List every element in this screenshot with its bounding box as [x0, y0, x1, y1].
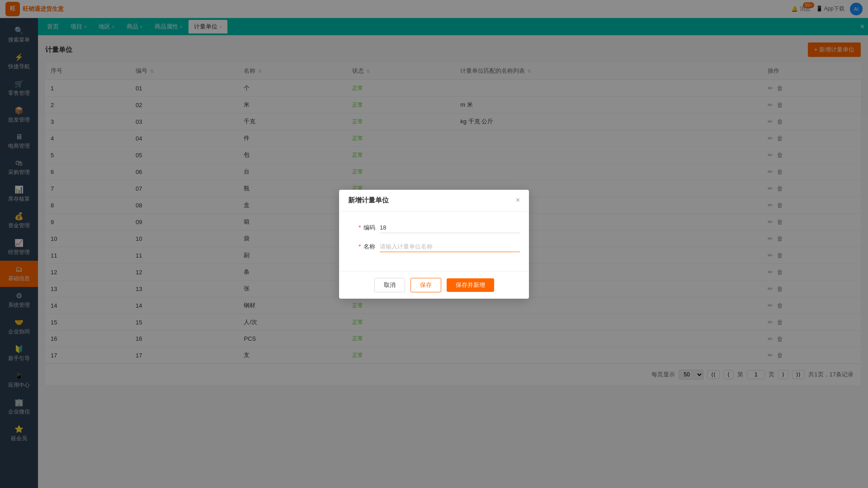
add-unit-modal: 新增计量单位 × * 编码 18 * 名称 取消 保存 保存并新增: [339, 190, 529, 299]
code-required-mark: *: [359, 224, 361, 231]
name-required-mark: *: [359, 243, 361, 250]
modal-footer: 取消 保存 保存并新增: [339, 271, 529, 299]
code-row: * 编码 18: [348, 222, 520, 233]
code-input[interactable]: 18: [380, 222, 520, 233]
modal-header: 新增计量单位 ×: [339, 190, 529, 211]
name-label: * 名称: [348, 243, 375, 251]
name-input[interactable]: [380, 241, 520, 252]
modal-title: 新增计量单位: [348, 196, 389, 205]
modal-body: * 编码 18 * 名称: [339, 211, 529, 271]
code-label: * 编码: [348, 224, 375, 232]
name-row: * 名称: [348, 241, 520, 252]
modal-close-button[interactable]: ×: [516, 196, 520, 204]
cancel-button[interactable]: 取消: [374, 278, 405, 292]
modal-overlay: 新增计量单位 × * 编码 18 * 名称 取消 保存 保存并新增: [0, 0, 868, 488]
save-and-new-button[interactable]: 保存并新增: [447, 278, 494, 292]
save-button[interactable]: 保存: [410, 278, 441, 292]
